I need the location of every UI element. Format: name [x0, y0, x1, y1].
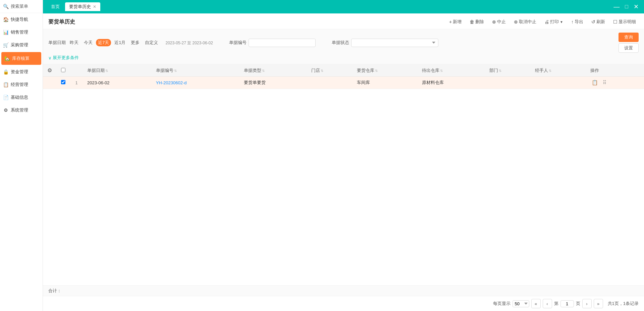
sidebar-item-sales[interactable]: 📊 销售管理	[0, 26, 43, 39]
date-opt-yesterday[interactable]: 昨天	[68, 39, 80, 46]
row-req-warehouse-0: 车间库	[353, 77, 418, 89]
sort-icon-date[interactable]: ⇅	[105, 69, 108, 73]
sort-icon-order_type[interactable]: ⇅	[262, 69, 265, 73]
close-icon[interactable]: ✕	[632, 2, 640, 11]
prev-page-button[interactable]: ‹	[543, 299, 552, 308]
delete-label: 删除	[475, 19, 484, 25]
sidebar-item-purchase[interactable]: 🛒 采购管理	[0, 39, 43, 51]
tab-close-order-history[interactable]: ✕	[93, 4, 96, 9]
settings-gear-icon[interactable]: ⚙	[47, 68, 52, 73]
col-handler[interactable]: 经手人⇅	[531, 64, 586, 77]
minimize-icon[interactable]: —	[612, 3, 621, 10]
filter-row: 单据日期 昨天今天近7天近1月更多自定义 2023-05-27 至 2023-0…	[48, 33, 639, 53]
row-order-no-0[interactable]: YH-20230602-d	[152, 77, 240, 89]
sidebar-item-finance[interactable]: 🔒 资金管理	[0, 65, 43, 78]
date-opt-more[interactable]: 更多	[129, 39, 142, 46]
next-page-button[interactable]: ›	[582, 299, 592, 308]
row-checkbox-cell-0[interactable]	[56, 77, 70, 89]
page-size-select[interactable]: 2050100	[513, 300, 529, 307]
sort-icon-store[interactable]: ⇅	[321, 69, 323, 73]
system-icon: ⚙	[3, 107, 9, 113]
row-more-icon-0[interactable]: ⠿	[601, 79, 608, 86]
cancel-stop-icon: ⊗	[514, 19, 518, 25]
topbar-right: — □ ✕	[612, 2, 640, 11]
print-button[interactable]: 🖨打印▼	[542, 17, 566, 26]
tab-order-history[interactable]: 要货单历史✕	[65, 2, 100, 11]
col-label-date: 单据日期	[87, 68, 105, 73]
page-title: 要货单历史	[48, 18, 75, 26]
content-area: 要货单历史 +新增🗑删除⊗中止⊗取消中止🖨打印▼↑导出↺刷新☐显示明细 单据日期…	[43, 13, 644, 311]
expand-button[interactable]: ∨ 展开更多条件	[48, 55, 639, 61]
sort-icon-order_no[interactable]: ⇅	[174, 69, 177, 73]
col-checkbox[interactable]	[56, 64, 70, 77]
col-label-order_type: 单据类型	[244, 68, 261, 73]
inventory-icon: 🏡	[4, 55, 10, 61]
operations-icon: 📋	[3, 82, 9, 88]
maximize-icon[interactable]: □	[624, 3, 630, 10]
finance-icon: 🔒	[3, 69, 9, 75]
sort-icon-handler[interactable]: ⇅	[549, 69, 551, 73]
date-opt-custom[interactable]: 自定义	[143, 39, 160, 46]
status-select[interactable]	[351, 39, 438, 47]
date-opt-today[interactable]: 今天	[82, 39, 95, 46]
table-row[interactable]: 1 2023-06-02 YH-20230602-d 要货单要货 车间库 原材料…	[43, 77, 644, 89]
topbar: 首页要货单历史✕ — □ ✕	[43, 0, 644, 13]
row-checkbox-0[interactable]	[61, 80, 65, 84]
select-all-checkbox[interactable]	[61, 68, 65, 72]
sort-icon-req_warehouse[interactable]: ⇅	[375, 69, 378, 73]
col-order_type[interactable]: 单据类型⇅	[240, 64, 307, 77]
show-detail-label: 显示明细	[619, 19, 636, 25]
sidebar-item-system[interactable]: ⚙ 系统管理	[0, 104, 43, 117]
row-edit-icon-0[interactable]: 📋	[590, 79, 599, 86]
sidebar-item-inventory[interactable]: 🏡 库存核算	[1, 52, 41, 65]
sort-icon-department[interactable]: ⇅	[499, 69, 501, 73]
col-order_no[interactable]: 单据编号⇅	[152, 64, 240, 77]
stop-button[interactable]: ⊗中止	[489, 17, 508, 26]
date-range: 2023-05-27 至 2023-06-02	[165, 40, 213, 46]
col-store[interactable]: 门店⇅	[307, 64, 353, 77]
new-button[interactable]: +新增	[446, 17, 464, 26]
first-page-button[interactable]: «	[531, 299, 541, 308]
expand-icon: ∨	[48, 55, 52, 60]
col-date[interactable]: 单据日期⇅	[83, 64, 152, 77]
date-opt-last7days[interactable]: 近7天	[96, 39, 111, 46]
col-operation: 操作	[586, 64, 644, 77]
stop-icon: ⊗	[492, 19, 496, 25]
tab-label-order-history: 要货单历史	[69, 4, 91, 10]
order-no-link-0[interactable]: YH-20230602-d	[156, 80, 187, 85]
date-label: 单据日期	[48, 40, 66, 46]
order-no-input[interactable]	[249, 39, 316, 47]
cancel-stop-button[interactable]: ⊗取消中止	[511, 17, 539, 26]
sidebar-item-quick-nav[interactable]: 🏠 快捷导航	[0, 13, 43, 26]
purchase-icon: 🛒	[3, 42, 9, 48]
date-options: 昨天今天近7天近1月更多自定义	[68, 39, 160, 46]
purchase-label: 采购管理	[11, 42, 28, 48]
sort-icon-waiting_warehouse[interactable]: ⇅	[440, 69, 443, 73]
settings-button[interactable]: 设置	[619, 43, 639, 53]
filter-area: 单据日期 昨天今天近7天近1月更多自定义 2023-05-27 至 2023-0…	[43, 29, 644, 64]
col-settings[interactable]: ⚙	[43, 64, 56, 77]
filter-date: 单据日期 昨天今天近7天近1月更多自定义	[48, 39, 160, 46]
last-page-button[interactable]: »	[594, 299, 603, 308]
page-number-input[interactable]: 1	[560, 300, 574, 307]
date-opt-last1month[interactable]: 近1月	[112, 39, 127, 46]
row-handler-0	[531, 77, 586, 89]
show-detail-button[interactable]: ☐显示明细	[610, 17, 639, 26]
refresh-icon: ↺	[591, 19, 595, 25]
row-waiting-warehouse-0: 原材料仓库	[418, 77, 485, 89]
refresh-button[interactable]: ↺刷新	[589, 17, 608, 26]
col-waiting_warehouse[interactable]: 待出仓库⇅	[418, 64, 485, 77]
print-icon: 🖨	[544, 19, 549, 25]
tab-home[interactable]: 首页	[47, 2, 64, 11]
sidebar-item-base-info[interactable]: 📄 基础信息	[0, 91, 43, 104]
query-button[interactable]: 查询	[619, 33, 639, 42]
delete-button[interactable]: 🗑删除	[467, 17, 487, 26]
export-button[interactable]: ↑导出	[569, 17, 586, 26]
col-req_warehouse[interactable]: 要货仓库⇅	[353, 64, 418, 77]
page-size-label: 每页显示	[493, 301, 511, 307]
col-department[interactable]: 部门⇅	[485, 64, 531, 77]
stop-label: 中止	[497, 19, 506, 25]
sidebar-search[interactable]: 🔍 搜索菜单	[0, 0, 43, 13]
sidebar-item-operations[interactable]: 📋 经营管理	[0, 78, 43, 91]
base-info-icon: 📄	[3, 94, 9, 100]
